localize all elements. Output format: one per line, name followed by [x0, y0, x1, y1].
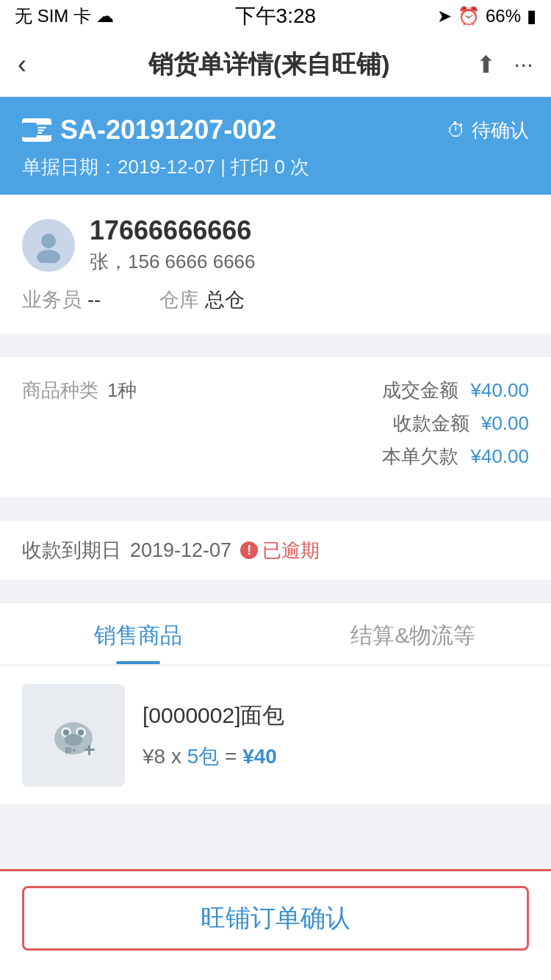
- summary-category: 商品种类 1种: [22, 378, 137, 403]
- svg-point-4: [41, 234, 56, 248]
- status-text: 待确认: [472, 118, 529, 143]
- order-date: 单据日期：2019-12-07 | 打印 0 次: [22, 154, 529, 180]
- overdue-icon: !: [240, 541, 258, 559]
- sim-signal-text: 无 SIM 卡 ☁: [15, 4, 114, 28]
- salesperson-label: 业务员: [22, 287, 82, 313]
- product-price: ¥8 x 5包 = ¥40: [143, 743, 529, 771]
- order-id-icon: [22, 118, 51, 142]
- customer-section: 17666666666 张，156 6666 6666 业务员 -- 仓库 总仓: [0, 195, 551, 334]
- divider-2: [0, 509, 551, 521]
- amount-label-2: 本单欠款: [382, 444, 458, 469]
- price-text: ¥8 x: [143, 745, 187, 768]
- amount-value-1: ¥0.00: [481, 412, 529, 435]
- status-bar-right: ➤ ⏰ 66% ▮: [437, 6, 536, 26]
- eq-sign: =: [219, 745, 242, 768]
- svg-rect-15: [88, 745, 90, 755]
- amount-row-1: 收款金额 ¥0.00: [382, 411, 529, 436]
- more-icon[interactable]: ···: [514, 51, 533, 78]
- product-thumbnail: 群+: [22, 684, 125, 787]
- svg-text:群+: 群+: [65, 746, 76, 754]
- battery-text: 66%: [486, 6, 521, 26]
- salesperson-info: 业务员 --: [22, 287, 101, 313]
- tab-sales-product[interactable]: 销售商品: [0, 603, 276, 664]
- due-date-label: 收款到期日: [22, 537, 121, 563]
- svg-point-11: [63, 729, 69, 735]
- page-title: 销货单详情(来自旺铺): [62, 48, 476, 82]
- summary-section: 商品种类 1种 成交金额 ¥40.00 收款金额 ¥0.00 本单欠款 ¥40.…: [0, 357, 551, 497]
- order-id-text: SA-20191207-002: [60, 115, 276, 145]
- due-section: 收款到期日 2019-12-07 ! 已逾期: [0, 521, 551, 580]
- due-date-value: 2019-12-07: [130, 539, 231, 562]
- status-badge: ⏱ 待确认: [447, 118, 529, 143]
- product-name: [0000002]面包: [143, 701, 529, 731]
- status-bar-left: 无 SIM 卡 ☁: [15, 4, 114, 28]
- customer-phone: 17666666666: [90, 215, 256, 246]
- amount-label-0: 成交金额: [382, 378, 458, 403]
- status-bar: 无 SIM 卡 ☁ 下午3:28 ➤ ⏰ 66% ▮: [0, 0, 551, 32]
- category-label: 商品种类: [22, 378, 98, 403]
- svg-rect-1: [37, 127, 46, 129]
- product-name-text: 面包: [240, 703, 284, 727]
- product-info: [0000002]面包 ¥8 x 5包 = ¥40: [143, 701, 529, 771]
- amount-value-0: ¥40.00: [470, 379, 529, 402]
- product-total: ¥40: [242, 745, 277, 768]
- product-code: [0000002]: [143, 703, 240, 727]
- svg-rect-3: [37, 132, 42, 134]
- alarm-icon: ⏰: [458, 6, 480, 26]
- avatar: [22, 219, 75, 272]
- order-id-row: SA-20191207-002: [22, 115, 276, 145]
- summary-amounts: 成交金额 ¥40.00 收款金额 ¥0.00 本单欠款 ¥40.00: [382, 378, 529, 477]
- amount-value-2: ¥40.00: [470, 445, 529, 468]
- warehouse-value: 总仓: [205, 287, 245, 313]
- battery-icon: ▮: [527, 6, 536, 26]
- category-value: 1种: [107, 378, 137, 403]
- warehouse-label: 仓库: [159, 287, 199, 313]
- nav-right-icons: ⬆ ···: [476, 51, 533, 79]
- status-bar-time: 下午3:28: [235, 2, 317, 30]
- tabs-row: 销售商品 结算&物流等: [0, 603, 551, 664]
- order-header-card: SA-20191207-002 ⏱ 待确认 单据日期：2019-12-07 | …: [0, 97, 551, 195]
- amount-row-0: 成交金额 ¥40.00: [382, 378, 529, 403]
- confirm-button[interactable]: 旺铺订单确认: [22, 886, 529, 951]
- svg-point-13: [65, 734, 82, 746]
- tabs-section: 销售商品 结算&物流等: [0, 603, 551, 665]
- amount-row-2: 本单欠款 ¥40.00: [382, 444, 529, 469]
- product-qty: 5包: [187, 745, 220, 768]
- export-icon[interactable]: ⬆: [476, 51, 496, 79]
- svg-point-5: [37, 250, 60, 263]
- product-section: 群+ [0000002]面包 ¥8 x 5包 = ¥40: [0, 666, 551, 804]
- svg-point-12: [78, 729, 84, 735]
- warehouse-info: 仓库 总仓: [159, 287, 245, 313]
- overdue-badge: ! 已逾期: [240, 538, 320, 563]
- confirm-button-wrap: 旺铺订单确认: [0, 869, 551, 980]
- divider-1: [0, 345, 551, 357]
- back-button[interactable]: ‹: [18, 49, 62, 80]
- clock-icon: ⏱: [447, 119, 466, 142]
- customer-sub: 张，156 6666 6666: [90, 249, 256, 275]
- svg-rect-2: [37, 129, 44, 131]
- divider-3: [0, 591, 551, 603]
- tab-settlement[interactable]: 结算&物流等: [276, 603, 551, 664]
- nav-bar: ‹ 销货单详情(来自旺铺) ⬆ ···: [0, 32, 551, 97]
- location-icon: ➤: [437, 6, 452, 26]
- overdue-text: 已逾期: [262, 538, 320, 563]
- salesperson-value: --: [87, 289, 101, 311]
- amount-label-1: 收款金额: [393, 411, 469, 436]
